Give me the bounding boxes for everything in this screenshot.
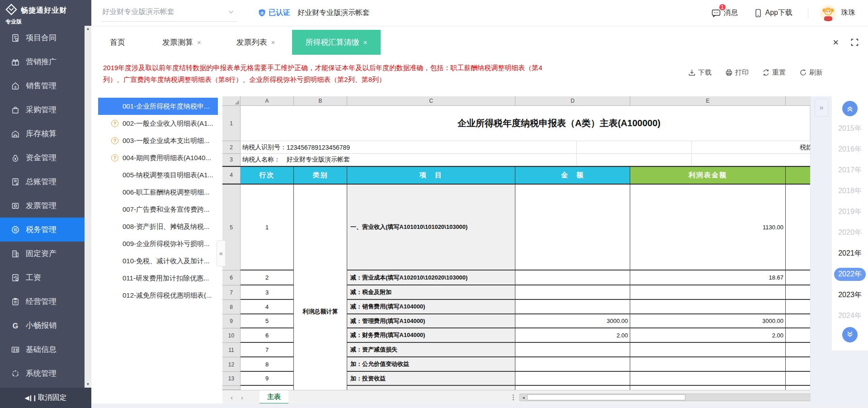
empty-cell[interactable]	[786, 343, 810, 357]
empty-cell[interactable]	[786, 300, 810, 314]
report-title-cell[interactable]: 企业所得税年度纳税申报表（A类）主表(A100000)	[241, 106, 810, 141]
line-no-cell[interactable]: 4	[241, 300, 294, 314]
amount-cell[interactable]: 2.00	[515, 328, 630, 343]
sidebar-item-payroll[interactable]: 工资	[0, 266, 91, 289]
line-no-cell[interactable]: 2	[241, 270, 294, 285]
refresh-button[interactable]: 刷新	[799, 68, 823, 77]
scroll-left-icon[interactable]: ◂	[520, 395, 527, 400]
empty-cell[interactable]	[577, 141, 692, 154]
verified-badge[interactable]: 企 已认证	[258, 8, 290, 18]
row-header-1[interactable]: 1	[222, 106, 241, 141]
form-item-005[interactable]: 005-纳税调整项目明细表(A1...	[98, 166, 218, 184]
expand-panel-button[interactable]: »	[815, 99, 828, 117]
sidebar-item-sales[interactable]: $ 销售管理	[0, 74, 91, 98]
form-item-006[interactable]: 006-职工薪酬纳税调整明细...	[98, 184, 218, 201]
amount-cell[interactable]	[515, 185, 630, 270]
reset-button[interactable]: 重置	[762, 68, 786, 77]
sidebar-item-fixed-assets[interactable]: 固定资产	[0, 242, 91, 266]
item-cell[interactable]: 加：公允价值变动收益	[347, 357, 515, 372]
row-header-12[interactable]: 12	[222, 357, 241, 372]
help-icon[interactable]: ?	[111, 137, 118, 144]
column-header-d[interactable]: D	[515, 96, 630, 106]
sidebar-item-expense[interactable]: G 小畅报销	[0, 313, 91, 337]
row-header-9[interactable]: 9	[222, 314, 241, 328]
item-cell[interactable]: 加：投资收益	[347, 372, 515, 386]
header-extra[interactable]	[786, 167, 810, 184]
form-item-012[interactable]: 012-减免所得税优惠明细表(...	[98, 287, 218, 304]
horizontal-scrollbar[interactable]: ◂ ▸	[519, 394, 816, 401]
form-item-003[interactable]: ?003-一般企业成本支出明细...	[98, 132, 218, 149]
sidebar-item-project-contract[interactable]: 项目合同	[0, 26, 91, 50]
sidebar-scrollbar[interactable]: ▲ ▼	[85, 26, 91, 388]
user-avatar[interactable]	[820, 5, 836, 21]
unpin-sidebar-button[interactable]: ◀❙❙ 取消固定	[0, 388, 91, 408]
sidebar-item-funds[interactable]: 资金管理	[0, 146, 91, 170]
year-2020[interactable]: 2020年	[838, 222, 862, 243]
sidebar-item-system[interactable]: 系统管理	[0, 361, 91, 385]
year-2019[interactable]: 2019年	[838, 201, 862, 222]
row-header-4[interactable]: 4	[222, 167, 241, 184]
scroll-up-icon[interactable]: ▲	[86, 27, 90, 31]
form-item-011[interactable]: 011-研发费用加计扣除优惠...	[98, 270, 218, 287]
header-item[interactable]: 项 目	[347, 167, 515, 184]
line-no-cell[interactable]: 7	[241, 343, 294, 357]
form-item-008[interactable]: 008-资产折旧、摊销及纳税...	[98, 218, 218, 235]
row-header-14[interactable]	[222, 386, 241, 390]
sidebar-item-purchasing[interactable]: 采购管理	[0, 98, 91, 122]
prev-sheet-icon[interactable]: ‹	[231, 394, 233, 401]
taxpayer-name-cell[interactable]: 纳税人名称：好业财专业版演示帐套	[241, 154, 577, 166]
amount-cell[interactable]	[515, 270, 630, 285]
help-icon[interactable]: ?	[111, 154, 118, 161]
profit-cell[interactable]	[630, 300, 786, 314]
header-amount[interactable]: 金 额	[515, 167, 630, 184]
amount-cell[interactable]	[515, 357, 630, 372]
close-all-icon[interactable]: ×	[833, 38, 839, 47]
form-item-002[interactable]: ?002-一般企业收入明细表(A1...	[98, 115, 218, 132]
column-header-f[interactable]	[786, 96, 810, 106]
header-category[interactable]: 类别	[294, 167, 347, 184]
horizontal-scroll-thumb[interactable]	[527, 394, 685, 400]
empty-cell[interactable]	[786, 314, 810, 328]
row-header-2[interactable]: 2	[222, 141, 241, 154]
tab-income-tax-settlement[interactable]: 所得税汇算清缴×	[292, 30, 381, 55]
year-2023[interactable]: 2023年	[838, 285, 862, 305]
sidebar-item-basic-info[interactable]: 基础信息	[0, 337, 91, 361]
splitter-handle[interactable]	[513, 394, 514, 400]
empty-cell[interactable]	[786, 285, 810, 300]
row-header-13[interactable]: 13	[222, 372, 241, 386]
sidebar-item-general-ledger[interactable]: ¥ 总账管理	[0, 170, 91, 194]
header-line-no[interactable]: 行次	[241, 167, 294, 184]
line-no-cell[interactable]: 8	[241, 357, 294, 372]
empty-cell[interactable]	[577, 154, 692, 166]
sidebar-item-tax-mgmt[interactable]: 税 税务管理	[0, 218, 91, 242]
download-button[interactable]: 下载	[688, 68, 712, 77]
column-header-a[interactable]: A	[241, 96, 294, 106]
amount-cell[interactable]	[515, 300, 630, 314]
item-cell[interactable]: 减：销售费用(填写A104000)	[347, 300, 515, 314]
account-set-selector[interactable]: 好业财专业版演示帐套	[101, 5, 237, 22]
profit-cell[interactable]	[630, 343, 786, 357]
column-header-b[interactable]: B	[294, 96, 347, 106]
empty-cell[interactable]	[786, 185, 810, 270]
header-profit-amount[interactable]: 利润表金额	[630, 167, 786, 184]
row-header-8[interactable]: 8	[222, 300, 241, 314]
close-tab-icon[interactable]: ×	[363, 38, 368, 46]
fullscreen-icon[interactable]	[850, 38, 859, 47]
form-item-001[interactable]: 001-企业所得税年度纳税申...	[98, 98, 218, 115]
column-header-e[interactable]: E	[630, 96, 786, 106]
year-2021[interactable]: 2021年	[838, 243, 862, 264]
year-2017[interactable]: 2017年	[838, 160, 862, 180]
profit-cell[interactable]: 1130.00	[630, 185, 786, 270]
line-no-cell[interactable]: 3	[241, 285, 294, 300]
row-header-3[interactable]: 3	[222, 154, 241, 166]
sheet-tab-main[interactable]: 主表	[259, 390, 288, 404]
messages-button[interactable]: 消息 1	[711, 8, 738, 18]
line-no-cell[interactable]: 6	[241, 328, 294, 343]
empty-cell[interactable]	[786, 372, 810, 386]
form-item-007[interactable]: 007-广告费和业务宣传费跨...	[98, 201, 218, 218]
sidebar-item-marketing[interactable]: 营销推广	[0, 50, 91, 74]
amount-cell[interactable]	[515, 372, 630, 386]
column-header-c[interactable]: C	[347, 96, 515, 106]
line-no-cell[interactable]: 1	[241, 185, 294, 270]
profit-cell[interactable]: 2.00	[630, 328, 786, 343]
